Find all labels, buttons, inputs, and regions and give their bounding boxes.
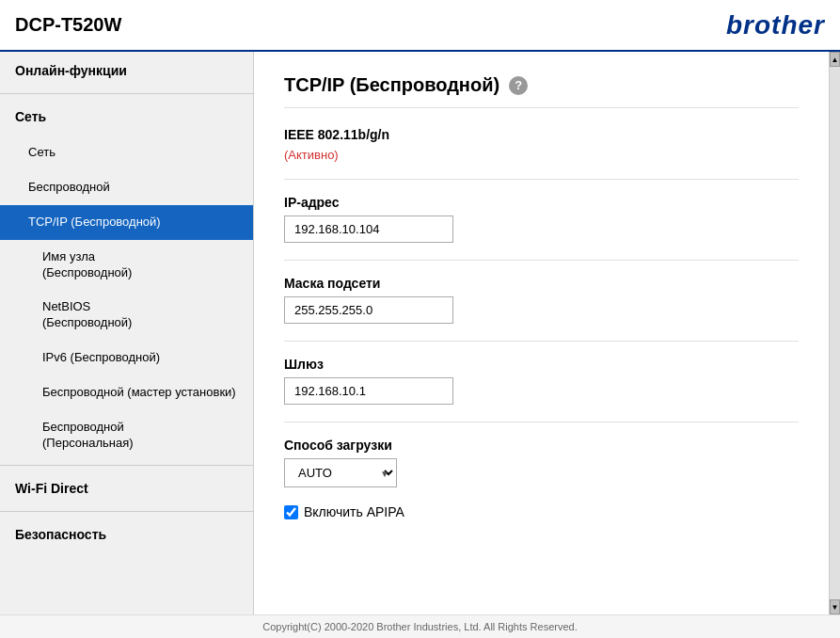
ieee-section: IEEE 802.11b/g/n (Активно) [284,127,799,162]
help-icon[interactable]: ? [509,76,528,95]
divider-gateway [284,422,799,423]
scrollbar-track[interactable] [830,67,840,599]
gateway-section: Шлюз [284,357,799,405]
footer: Copyright(C) 2000-2020 Brother Industrie… [0,614,840,638]
sidebar-item-netbios-wireless[interactable]: NetBIOS(Беспроводной) [0,290,253,341]
sidebar-section-network[interactable]: Сеть [0,98,253,136]
divider-1 [0,93,253,94]
sidebar-item-tcpip-wireless[interactable]: TCP/IP (Беспроводной) [0,205,253,240]
divider-3 [0,511,253,512]
main-layout: Онлайн-функции Сеть Сеть Беспроводной TC… [0,52,840,614]
content-header: TCP/IP (Беспроводной) ? [284,74,799,108]
divider-subnet [284,341,799,342]
ip-label: IP-адрес [284,195,799,210]
sidebar-item-wireless-personal[interactable]: Беспроводной(Персональная) [0,410,253,461]
sidebar-section-online[interactable]: Онлайн-функции [0,52,253,89]
subnet-section: Маска подсети [284,276,799,324]
ip-section: IP-адрес [284,195,799,243]
sidebar-item-hostname-wireless[interactable]: Имя узла(Беспроводной) [0,240,253,291]
brand-logo: brother [726,10,825,40]
boot-method-select-wrapper: AUTO STATIC DHCP BOOTP RARP [284,458,397,487]
divider-ip [284,260,799,261]
boot-method-label: Способ загрузки [284,438,799,453]
gateway-input[interactable] [284,377,453,405]
app-title: DCP-T520W [15,14,121,36]
apipa-row: Включить APIPA [284,504,799,519]
sidebar-item-wireless-setup[interactable]: Беспроводной (мастер установки) [0,375,253,410]
divider-ieee [284,179,799,180]
ieee-status: (Активно) [284,148,799,162]
subnet-label: Маска подсети [284,276,799,291]
sidebar-item-ipv6-wireless[interactable]: IPv6 (Беспроводной) [0,341,253,375]
boot-method-section: Способ загрузки AUTO STATIC DHCP BOOTP R… [284,438,799,487]
content-area: TCP/IP (Беспроводной) ? IEEE 802.11b/g/n… [254,52,829,614]
ip-input[interactable] [284,215,453,243]
apipa-label[interactable]: Включить APIPA [304,504,404,519]
ieee-label: IEEE 802.11b/g/n [284,127,799,142]
page-title: TCP/IP (Беспроводной) [284,74,499,96]
footer-text: Copyright(C) 2000-2020 Brother Industrie… [262,621,577,632]
scroll-down-btn[interactable]: ▼ [830,599,840,614]
subnet-input[interactable] [284,296,453,324]
sidebar-item-net-main[interactable]: Сеть [0,136,253,170]
gateway-label: Шлюз [284,357,799,372]
sidebar: Онлайн-функции Сеть Сеть Беспроводной TC… [0,52,254,614]
boot-method-select[interactable]: AUTO STATIC DHCP BOOTP RARP [284,458,397,487]
scrollbar[interactable]: ▲ ▼ [829,52,840,614]
divider-2 [0,465,253,466]
sidebar-item-wireless[interactable]: Беспроводной [0,170,253,205]
sidebar-item-wifi-direct[interactable]: Wi-Fi Direct [0,470,253,507]
apipa-checkbox[interactable] [284,505,298,519]
sidebar-item-security[interactable]: Безопасность [0,516,253,553]
scroll-up-btn[interactable]: ▲ [830,52,840,67]
header: DCP-T520W brother [0,0,840,52]
